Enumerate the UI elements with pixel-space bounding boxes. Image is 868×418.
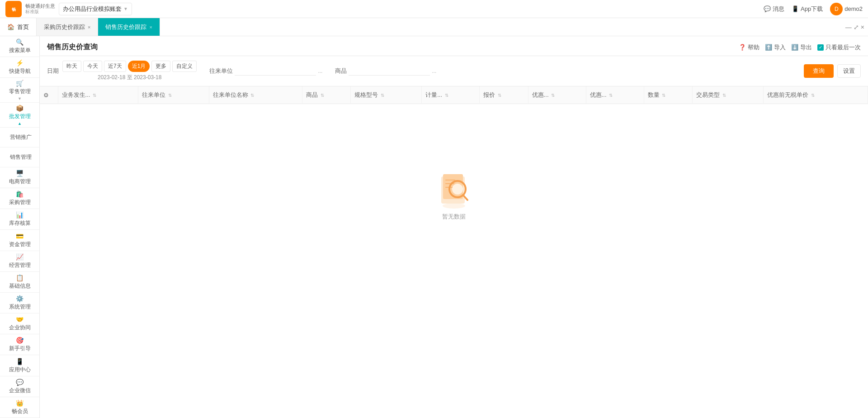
th-biz-date[interactable]: 业务发生... ⇅	[58, 86, 138, 104]
empty-text: 暂无数据	[442, 213, 466, 221]
th-partner-name[interactable]: 往来单位名称 ⇅	[209, 86, 302, 104]
member-icon: 👑	[16, 399, 24, 407]
table-header-row: ⚙ 业务发生... ⇅ 往来单位 ⇅ 往来单位名称 ⇅	[40, 86, 868, 104]
wholesale-icon: 📦	[16, 104, 24, 112]
minimize-icon[interactable]: —	[845, 24, 852, 31]
close-sales-tab-icon[interactable]: ×	[149, 24, 152, 30]
date-range-display: 2023-02-18 至 2023-03-18	[98, 74, 161, 81]
sort-icon-product: ⇅	[321, 93, 324, 98]
empty-state-cell: 暂无数据	[40, 104, 868, 285]
sort-icon-partner-code: ⇅	[168, 93, 172, 98]
date-buttons-row: 昨天 今天 近7天 近1月 更多 自定义	[62, 61, 197, 72]
sidebar-item-ecommerce-mgmt[interactable]: 🖥️ 电商管理	[0, 167, 39, 188]
quick-nav-icon: ⚡	[16, 59, 24, 66]
wechat-icon: 💬	[16, 379, 24, 386]
sidebar-item-quick-nav[interactable]: ⚡ 快捷导航	[0, 57, 39, 78]
query-button[interactable]: 查询	[804, 64, 834, 78]
product-lookup-icon[interactable]: ...	[432, 68, 436, 74]
sidebar-item-wholesale-mgmt[interactable]: 📦 批发管理 ▲	[0, 103, 39, 128]
th-product[interactable]: 商品 ⇅	[302, 86, 350, 104]
svg-point-2	[443, 203, 465, 209]
partner-input[interactable]	[235, 66, 316, 76]
sort-icon-unit: ⇅	[445, 93, 448, 98]
sidebar-item-enterprise-coop[interactable]: 🤝 企业协同	[0, 314, 39, 334]
sidebar-item-purchase-mgmt[interactable]: 🛍️ 采购管理	[0, 188, 39, 209]
date-btn-custom[interactable]: 自定义	[172, 61, 197, 72]
brand-text: 畅捷通好生意 标准版	[25, 3, 55, 14]
maximize-icon[interactable]: ⤢	[854, 24, 859, 31]
help-btn[interactable]: ❓ 帮助	[739, 43, 760, 52]
empty-state: 暂无数据	[40, 131, 868, 257]
sidebar-item-inventory[interactable]: 📊 库存核算	[0, 209, 39, 230]
tab-sales-history[interactable]: 销售历史价跟踪 ×	[98, 18, 160, 36]
data-table: ⚙ 业务发生... ⇅ 往来单位 ⇅ 往来单位名称 ⇅	[40, 86, 868, 284]
import-btn[interactable]: ⬆️ 导入	[765, 43, 786, 52]
product-input[interactable]	[349, 66, 430, 76]
date-buttons-group: 昨天 今天 近7天 近1月 更多 自定义 2023-02-18 至 2023-0…	[62, 61, 197, 81]
message-icon: 💬	[764, 5, 771, 12]
app-selector[interactable]: 办公用品行业模拟账套 ▼	[59, 3, 132, 15]
only-last-checkbox[interactable]: ✓ 只看最后一次	[817, 43, 861, 52]
sidebar-item-system-mgmt[interactable]: ⚙️ 系统管理	[0, 293, 39, 314]
column-settings-icon[interactable]: ⚙	[43, 92, 49, 99]
sidebar-item-ops-mgmt[interactable]: 📈 经营管理	[0, 251, 39, 272]
filter-row: 日期 昨天 今天 近7天 近1月 更多 自定义 2023-02-18 至 202…	[47, 61, 861, 81]
export-btn[interactable]: ⬇️ 导出	[791, 43, 812, 52]
sidebar-item-sales-mgmt[interactable]: 销售管理	[0, 147, 39, 167]
sort-icon-discount2: ⇅	[609, 93, 613, 98]
table-body: 暂无数据	[40, 104, 868, 285]
sidebar-item-search-menu[interactable]: 🔍 搜索菜单	[0, 36, 39, 57]
table-area: ⚙ 业务发生... ⇅ 往来单位 ⇅ 往来单位名称 ⇅	[40, 86, 868, 418]
table-header: ⚙ 业务发生... ⇅ 往来单位 ⇅ 往来单位名称 ⇅	[40, 86, 868, 104]
sidebar-item-finance-mgmt[interactable]: 💳 资金管理	[0, 230, 39, 251]
checkbox-icon: ✓	[817, 44, 824, 51]
sidebar-item-basic-info[interactable]: 📋 基础信息	[0, 272, 39, 293]
th-qty[interactable]: 数量 ⇅	[644, 86, 692, 104]
th-price[interactable]: 报价 ⇅	[480, 86, 528, 104]
page-actions: ❓ 帮助 ⬆️ 导入 ⬇️ 导出 ✓ 只看最后一次	[739, 43, 861, 52]
th-discount1[interactable]: 优惠... ⇅	[528, 86, 586, 104]
tab-home[interactable]: 🏠 首页	[0, 18, 37, 36]
sort-icon-pretax-price: ⇅	[811, 93, 815, 98]
app-download-btn[interactable]: 📱 App下载	[792, 5, 823, 13]
export-icon: ⬇️	[791, 44, 798, 51]
sidebar-item-member[interactable]: 👑 畅会员	[0, 397, 39, 418]
date-label: 日期	[47, 67, 59, 75]
sidebar-item-retail-mgmt[interactable]: 🛒 零售管理 ▼	[0, 78, 39, 103]
main-layout: 🔍 搜索菜单 ⚡ 快捷导航 🛒 零售管理 ▼ 📦 批发管理 ▲ 营销推广 销售管…	[0, 36, 868, 418]
close-purchase-tab-icon[interactable]: ×	[88, 24, 90, 30]
th-unit[interactable]: 计量... ⇅	[422, 86, 480, 104]
date-btn-today[interactable]: 今天	[83, 61, 102, 72]
filter-area: 日期 昨天 今天 近7天 近1月 更多 自定义 2023-02-18 至 202…	[40, 56, 868, 86]
th-spec[interactable]: 规格型号 ⇅	[351, 86, 422, 104]
chevron-down-icon: ▼	[18, 96, 22, 101]
page-header: 销售历史价查询 ❓ 帮助 ⬆️ 导入 ⬇️ 导出 ✓ 只看最后一次	[40, 36, 868, 56]
th-partner-code[interactable]: 往来单位 ⇅	[138, 86, 209, 104]
date-btn-1month[interactable]: 近1月	[128, 61, 150, 72]
th-trade-type[interactable]: 交易类型 ⇅	[693, 86, 764, 104]
message-btn[interactable]: 💬 消息	[764, 5, 784, 13]
partner-lookup-icon[interactable]: ...	[318, 68, 322, 74]
top-bar-right: 💬 消息 📱 App下载 D demo2	[764, 3, 863, 15]
settings-button[interactable]: 设置	[837, 64, 861, 78]
sidebar-item-enterprise-wechat[interactable]: 💬 企业微信	[0, 376, 39, 397]
date-btn-yesterday[interactable]: 昨天	[62, 61, 81, 72]
sidebar-item-beginner-guide[interactable]: 🎯 新手引导	[0, 334, 39, 355]
th-settings: ⚙	[40, 86, 58, 104]
ops-icon: 📈	[16, 253, 24, 261]
tab-purchase-history[interactable]: 采购历史价跟踪 ×	[37, 18, 98, 36]
product-label: 商品	[335, 67, 347, 75]
download-icon: 📱	[792, 5, 799, 12]
top-bar-left: 畅 畅捷通好生意 标准版 办公用品行业模拟账套 ▼	[5, 1, 132, 17]
user-menu[interactable]: D demo2	[830, 3, 863, 15]
th-pretax-price[interactable]: 优惠前无税单价 ⇅	[764, 86, 868, 104]
close-window-icon[interactable]: ×	[861, 24, 864, 31]
date-btn-more[interactable]: 更多	[151, 61, 170, 72]
system-icon: ⚙️	[16, 295, 24, 302]
top-bar: 畅 畅捷通好生意 标准版 办公用品行业模拟账套 ▼ 💬 消息 📱 App下载 D…	[0, 0, 868, 18]
purchase-icon: 🛍️	[16, 190, 24, 198]
th-discount2[interactable]: 优惠... ⇅	[586, 86, 644, 104]
sidebar-item-marketing[interactable]: 营销推广	[0, 128, 39, 147]
sidebar-item-app-center[interactable]: 📱 应用中心	[0, 355, 39, 376]
date-btn-7days[interactable]: 近7天	[104, 61, 126, 72]
